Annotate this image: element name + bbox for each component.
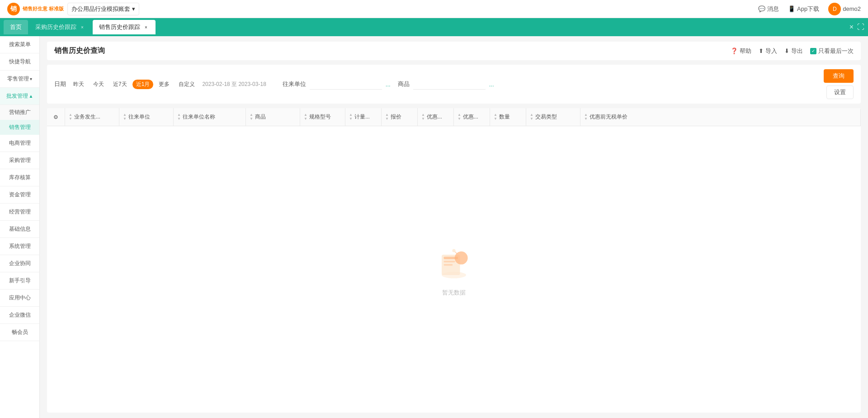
sidebar-item-search-menu[interactable]: 搜索菜单 <box>0 36 39 53</box>
sidebar: 搜索菜单 快捷导航 零售管理 ▾ 批发管理 ▲ 营销推广 销售管理 电商管理 采… <box>0 36 40 418</box>
import-action[interactable]: ⬆ 导入 <box>759 47 777 55</box>
sidebar-item-marketing[interactable]: 营销推广 <box>0 105 39 120</box>
th-no-tax-price[interactable]: ▲ ▼ 优惠前无税单价 <box>580 108 861 126</box>
last-only-checkbox[interactable]: ✓ <box>810 48 816 54</box>
th-discount2[interactable]: ▲ ▼ 优惠... <box>454 108 490 126</box>
help-action[interactable]: ❓ 帮助 <box>731 47 751 55</box>
date-btn-last1month[interactable]: 近1月 <box>132 80 154 89</box>
th-quote[interactable]: ▲ ▼ 报价 <box>382 108 418 126</box>
th-qty[interactable]: ▲ ▼ 数量 <box>490 108 526 126</box>
finance-label: 资金管理 <box>9 191 31 199</box>
th-biz-sort[interactable]: ▲ ▼ <box>69 113 72 121</box>
main-layout: 搜索菜单 快捷导航 零售管理 ▾ 批发管理 ▲ 营销推广 销售管理 电商管理 采… <box>0 36 868 418</box>
date-btn-custom[interactable]: 自定义 <box>175 80 198 89</box>
sidebar-item-new-guide[interactable]: 新手引导 <box>0 272 39 290</box>
tab-purchase-history[interactable]: 采购历史价跟踪 × <box>29 20 92 34</box>
product-filter-label: 商品 <box>398 80 410 88</box>
gear-icon: ⚙ <box>53 114 58 120</box>
retail-mgmt-label: 零售管理 <box>7 75 29 83</box>
sidebar-item-wholesale-mgmt[interactable]: 批发管理 ▲ <box>0 88 39 105</box>
th-no-tax-sort[interactable]: ▲ ▼ <box>584 113 588 121</box>
message-action[interactable]: 💬 消息 <box>758 5 779 13</box>
settings-button[interactable]: 设置 <box>826 86 854 99</box>
tab-sales-history[interactable]: 销售历史价跟踪 × <box>93 20 156 34</box>
th-biz-date[interactable]: ▲ ▼ 业务发生... <box>65 108 119 126</box>
user-action[interactable]: D demo2 <box>828 3 861 15</box>
sidebar-item-quick-nav[interactable]: 快捷导航 <box>0 53 39 71</box>
sidebar-item-ecommerce[interactable]: 电商管理 <box>0 135 39 152</box>
sidebar-item-inventory[interactable]: 库存核算 <box>0 169 39 186</box>
header-left: 销 销售好生意 标准版 办公用品行业模拟账套 ▾ <box>7 3 139 15</box>
logo-text: 销售好生意 标准版 <box>23 6 64 12</box>
date-btn-last7days[interactable]: 近7天 <box>109 80 131 89</box>
th-settings[interactable]: ⚙ <box>47 108 65 126</box>
partner-dots[interactable]: ... <box>386 81 391 88</box>
purchase-history-tab-label: 采购历史价跟踪 <box>35 23 76 31</box>
last-only-checkbox-area[interactable]: ✓ 只看最后一次 <box>810 47 854 55</box>
top-header: 销 销售好生意 标准版 办公用品行业模拟账套 ▾ 💬 消息 📱 App下载 D … <box>0 0 868 18</box>
page-title: 销售历史价查询 <box>54 46 105 56</box>
fullscreen-icon[interactable]: ⛶ <box>857 23 864 31</box>
sidebar-item-enterprise-wechat[interactable]: 企业微信 <box>0 307 39 324</box>
th-spec-sort[interactable]: ▲ ▼ <box>304 113 307 121</box>
sidebar-item-purchase-mgmt[interactable]: 采购管理 <box>0 152 39 169</box>
th-product-label: 商品 <box>255 113 266 121</box>
th-discount1-label: 优惠... <box>427 113 442 121</box>
sales-mgmt-label: 销售管理 <box>9 124 31 130</box>
sidebar-item-sales-mgmt[interactable]: 销售管理 <box>0 120 39 135</box>
help-label: 帮助 <box>740 47 751 55</box>
app-download-action[interactable]: 📱 App下载 <box>788 5 819 13</box>
quick-nav-label: 快捷导航 <box>9 58 31 66</box>
th-unit-code-label: 往来单位 <box>128 113 150 121</box>
product-input[interactable] <box>413 79 486 90</box>
product-dots[interactable]: ... <box>489 81 494 88</box>
sidebar-item-retail-mgmt[interactable]: 零售管理 ▾ <box>0 71 39 88</box>
th-unit-name[interactable]: ▲ ▼ 往来单位名称 <box>174 108 246 126</box>
company-selector[interactable]: 办公用品行业模拟账套 ▾ <box>67 3 139 15</box>
th-unit-sort[interactable]: ▲ ▼ <box>123 113 127 121</box>
date-filter-group: 日期 昨天 今天 近7天 近1月 更多 自定义 <box>54 80 198 89</box>
sidebar-item-operations[interactable]: 经营管理 <box>0 204 39 221</box>
content-area: 销售历史价查询 ❓ 帮助 ⬆ 导入 ⬇ 导出 ✓ <box>40 36 868 418</box>
sidebar-item-member[interactable]: 畅会员 <box>0 324 39 341</box>
th-qty-sort[interactable]: ▲ ▼ <box>494 113 497 121</box>
th-trade-type-label: 交易类型 <box>535 113 557 121</box>
basic-info-label: 基础信息 <box>9 225 31 233</box>
export-action[interactable]: ⬇ 导出 <box>784 47 803 55</box>
tab-home[interactable]: 首页 <box>4 20 28 34</box>
purchase-mgmt-label: 采购管理 <box>9 157 31 164</box>
th-trade-type[interactable]: ▲ ▼ 交易类型 <box>526 108 580 126</box>
logo-area: 销 销售好生意 标准版 <box>7 3 64 15</box>
sidebar-item-basic-info[interactable]: 基础信息 <box>0 221 39 238</box>
date-btn-today[interactable]: 今天 <box>90 80 108 89</box>
query-button[interactable]: 查询 <box>824 69 854 83</box>
th-unit-code[interactable]: ▲ ▼ 往来单位 <box>119 108 174 126</box>
th-unit-name-sort[interactable]: ▲ ▼ <box>177 113 181 121</box>
username-label: demo2 <box>843 5 861 12</box>
th-spec[interactable]: ▲ ▼ 规格型号 <box>300 108 345 126</box>
page-content: 销售历史价查询 ❓ 帮助 ⬆ 导入 ⬇ 导出 ✓ <box>40 36 868 418</box>
sidebar-item-system-mgmt[interactable]: 系统管理 <box>0 238 39 255</box>
th-discount2-sort[interactable]: ▲ ▼ <box>458 113 461 121</box>
svg-point-7 <box>452 249 455 252</box>
sales-history-tab-label: 销售历史价跟踪 <box>99 23 140 31</box>
filter-bar: 日期 昨天 今天 近7天 近1月 更多 自定义 2023-02-18 至 202… <box>47 65 861 104</box>
sidebar-item-enterprise-collab[interactable]: 企业协同 <box>0 255 39 272</box>
date-btn-yesterday[interactable]: 昨天 <box>70 80 88 89</box>
close-purchase-history-icon[interactable]: × <box>79 24 85 30</box>
th-discount1-sort[interactable]: ▲ ▼ <box>421 113 425 121</box>
sidebar-item-finance[interactable]: 资金管理 <box>0 186 39 204</box>
close-sales-history-icon[interactable]: × <box>143 24 149 30</box>
th-discount1[interactable]: ▲ ▼ 优惠... <box>418 108 454 126</box>
th-trade-sort[interactable]: ▲ ▼ <box>530 113 533 121</box>
th-product[interactable]: ▲ ▼ 商品 <box>246 108 300 126</box>
partner-input[interactable] <box>310 79 382 90</box>
close-all-tabs-icon[interactable]: × <box>849 23 854 31</box>
date-btn-more[interactable]: 更多 <box>155 80 173 89</box>
th-unit-meas-sort[interactable]: ▲ ▼ <box>349 113 353 121</box>
th-unit-meas[interactable]: ▲ ▼ 计量... <box>345 108 382 126</box>
sidebar-item-app-center[interactable]: 应用中心 <box>0 290 39 307</box>
th-spec-label: 规格型号 <box>309 113 331 121</box>
th-quote-sort[interactable]: ▲ ▼ <box>385 113 389 121</box>
th-product-sort[interactable]: ▲ ▼ <box>250 113 253 121</box>
